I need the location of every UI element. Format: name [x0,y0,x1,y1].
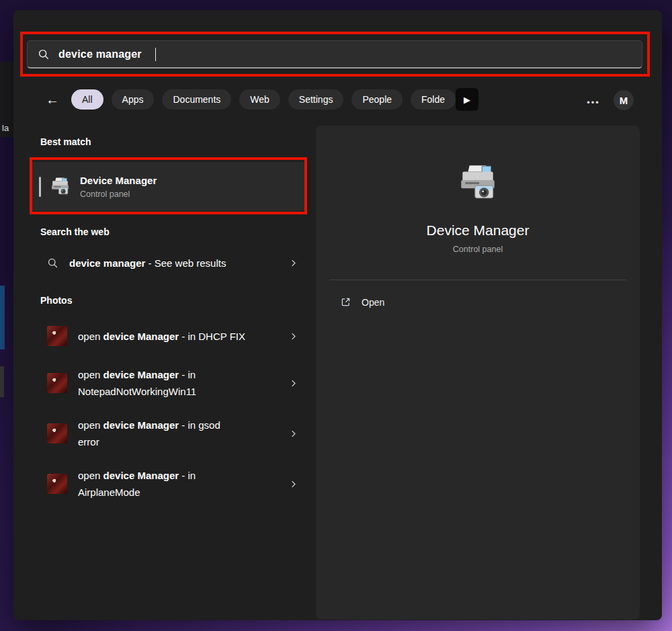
selection-indicator [39,177,41,197]
search-input[interactable]: device manager [27,40,642,69]
chevron-right-icon [288,378,298,388]
open-action[interactable]: Open [340,296,384,308]
back-arrow-icon[interactable]: ← [46,92,59,108]
tab-documents[interactable]: Documents [162,89,231,110]
divider [329,280,626,280]
web-result-text: device manager - See web results [69,255,249,271]
result-subtitle: Control panel [80,190,157,199]
tab-people[interactable]: People [351,89,403,110]
web-search-result[interactable]: device manager - See web results [30,247,306,279]
photo-result-text: open device Manager - in DHCP FIX [78,328,258,345]
photo-result-text: open device Manager - inNotepadNotWorkin… [78,366,258,400]
search-filter-tabs: ← All Apps Documents Web Settings People… [46,88,464,111]
background-gray-window-edge [0,366,4,397]
tab-all[interactable]: All [71,89,103,110]
photo-result[interactable]: open device Manager - inNotepadNotWorkin… [30,360,306,407]
preview-subtitle: Control panel [453,245,503,254]
play-icon[interactable]: ▶ [456,88,478,111]
search-flyout-panel: device manager ← All Apps Documents Web … [13,10,662,620]
tab-folders[interactable]: Folde [411,89,456,110]
background-window-text: la [2,123,9,133]
best-match-heading: Best match [40,136,91,147]
photo-thumbnail [47,423,67,444]
photo-thumbnail [47,474,67,494]
user-avatar[interactable]: M [614,90,634,110]
chevron-right-icon [288,258,298,268]
search-the-web-heading: Search the web [40,226,110,237]
device-manager-icon [49,175,71,198]
photo-result[interactable]: open device Manager - inAirplaneMode [30,460,306,507]
photo-thumbnail [47,326,67,346]
preview-title: Device Manager [427,222,530,239]
photo-result[interactable]: open device Manager - in DHCP FIX [30,319,306,353]
open-label: Open [362,297,384,308]
photo-result-text: open device Manager - in gsoderror [78,417,258,450]
tab-apps[interactable]: Apps [112,89,155,110]
search-icon [47,257,58,269]
photo-result[interactable]: open device Manager - in gsoderror [30,410,306,457]
background-window-fragment: la [0,62,13,137]
chevron-right-icon [288,479,298,489]
result-title: Device Manager [80,175,157,186]
device-manager-icon-large [456,161,500,205]
search-icon [38,48,50,60]
photos-heading: Photos [40,295,72,306]
background-blue-window-edge [0,286,5,349]
preview-pane: Device Manager Control panel Open [316,126,640,620]
text-caret [155,48,156,61]
more-options-icon[interactable]: ••• [580,97,607,108]
open-external-icon [340,296,351,308]
best-match-result-device-manager[interactable]: Device Manager Control panel [31,162,305,211]
photo-thumbnail [47,373,67,393]
chevron-right-icon [288,429,298,439]
tab-settings[interactable]: Settings [288,89,344,110]
photo-result-text: open device Manager - inAirplaneMode [78,467,258,501]
chevron-right-icon [288,331,298,341]
tab-web[interactable]: Web [239,89,280,110]
search-query-text: device manager [58,48,142,60]
